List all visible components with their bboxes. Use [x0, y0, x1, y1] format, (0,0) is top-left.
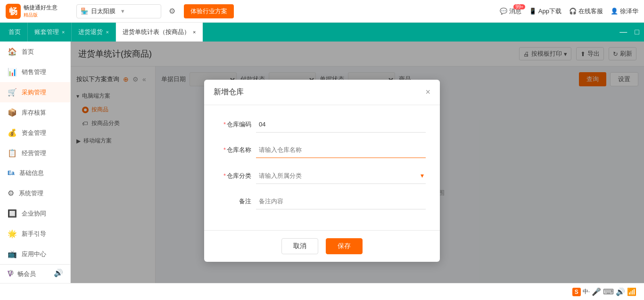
tab-home[interactable]: 首页	[2, 23, 28, 42]
inventory-icon: 📦	[8, 108, 17, 117]
sidebar-item-finance[interactable]: 💰 资金管理	[0, 123, 70, 143]
tab-purchase-return[interactable]: 进货退货 ×	[72, 23, 116, 42]
warehouse-code-input[interactable]	[256, 117, 426, 133]
warehouse-code-row: *仓库编码	[218, 117, 426, 133]
user-menu[interactable]: 👤 徐泽华	[611, 7, 638, 16]
modal-new-warehouse: 新增仓库 × *仓库编码 *仓库名称	[204, 80, 440, 262]
tab-close-purchase-stats[interactable]: ×	[193, 29, 196, 35]
main-layout: 🏠 首页 📊 销售管理 🛒 采购管理 📦 库存核算 💰 资金管理 📋 经营管理 …	[0, 42, 644, 300]
minimize-icon[interactable]: —	[617, 28, 630, 36]
warehouse-name-label: *仓库名称	[218, 146, 256, 154]
keyboard-icon[interactable]: ⌨	[603, 287, 614, 296]
sound-icon[interactable]: 🔊	[616, 287, 625, 296]
sidebar-item-sales[interactable]: 📊 销售管理	[0, 62, 70, 82]
sidebar-item-collab[interactable]: 🔲 企业协同	[0, 203, 70, 224]
sidebar-item-apps[interactable]: 📺 应用中心	[0, 244, 70, 264]
headset-icon: 🎧	[569, 8, 577, 15]
collab-icon: 🔲	[8, 209, 17, 218]
modal-close-button[interactable]: ×	[425, 87, 430, 97]
tab-close-purchase-return[interactable]: ×	[106, 29, 108, 35]
business-icon: 📋	[8, 149, 17, 158]
messages-button[interactable]: 💬 消息 99+	[500, 7, 521, 16]
system-icon: ⚙	[8, 189, 14, 198]
mobile-icon: 📱	[529, 8, 537, 15]
content-area: 进货单统计(按商品) 🖨 按模板打印 ▾ ⬆ 导出 ↻ 刷新	[71, 42, 644, 300]
sidebar: 🏠 首页 📊 销售管理 🛒 采购管理 📦 库存核算 💰 资金管理 📋 经营管理 …	[0, 42, 71, 300]
required-star-name: *	[223, 146, 226, 153]
warehouse-category-row: *仓库分类 ▾	[218, 167, 426, 184]
warehouse-note-row: 备注	[218, 193, 426, 209]
modal-body: *仓库编码 *仓库名称 *仓库分类	[204, 105, 440, 230]
microphone-icon[interactable]: 🎤	[592, 287, 601, 296]
warehouse-name-input[interactable]	[256, 142, 426, 158]
save-button[interactable]: 保存	[326, 238, 363, 254]
wifi-icon[interactable]: 📶	[627, 287, 636, 296]
sidebar-item-inventory[interactable]: 📦 库存核算	[0, 102, 70, 123]
app-download-button[interactable]: 📱 App下载	[529, 7, 561, 16]
purchase-icon: 🛒	[8, 88, 17, 97]
sidebar-item-basic-info[interactable]: Ea 基础信息	[0, 163, 70, 183]
required-star-code: *	[223, 121, 226, 128]
tab-purchase-stats[interactable]: 进货单统计表（按商品） ×	[116, 23, 203, 42]
modal-title: 新增仓库	[214, 87, 244, 97]
logo-text: 畅捷通好生意 精品版	[24, 4, 58, 18]
store-icon: 🏪	[81, 8, 88, 15]
sales-icon: 📊	[8, 67, 17, 76]
store-selector[interactable]: 🏪 日太阳膜 ▾	[76, 4, 161, 18]
sidebar-item-system[interactable]: ⚙ 系统管理	[0, 183, 70, 203]
bottom-bar: S 中· 🎤 ⌨ 🔊 📶	[0, 283, 644, 300]
message-icon: 💬	[500, 8, 507, 15]
service-button[interactable]: 🎧 在线客服	[569, 7, 603, 16]
logo-area: 畅 畅捷通好生意 精品版	[6, 4, 76, 19]
tab-close-account[interactable]: ×	[62, 29, 65, 35]
tab-account[interactable]: 账套管理 ×	[28, 23, 72, 42]
modal-footer: 取消 保存	[204, 230, 440, 262]
trial-button[interactable]: 体验行业方案	[184, 4, 234, 18]
header-right: 💬 消息 99+ 📱 App下载 🎧 在线客服 👤 徐泽华	[500, 7, 638, 16]
settings-bottom-icon[interactable]: ⚙	[8, 268, 14, 277]
home-icon: 🏠	[8, 47, 17, 56]
gear-button[interactable]: ⚙	[165, 4, 179, 18]
modal-header: 新增仓库 ×	[204, 80, 440, 105]
sidebar-item-business[interactable]: 📋 经营管理	[0, 143, 70, 163]
tab-controls: — □	[617, 28, 642, 36]
warehouse-category-select-wrap: ▾	[256, 167, 426, 184]
warehouse-category-label: *仓库分类	[218, 172, 256, 180]
guide-icon: 🌟	[8, 229, 17, 238]
avatar-icon: 👤	[611, 8, 618, 15]
logo-icon: 畅	[6, 4, 21, 19]
maximize-icon[interactable]: □	[632, 28, 642, 36]
sidebar-item-purchase[interactable]: 🛒 采购管理	[0, 82, 70, 102]
apps-icon: 📺	[8, 250, 17, 258]
brand-s-icon: S	[572, 288, 581, 296]
bottom-brand: S 中· 🎤 ⌨ 🔊 📶	[572, 287, 636, 296]
chevron-down-icon: ▾	[121, 8, 124, 15]
cancel-button[interactable]: 取消	[281, 238, 318, 254]
warehouse-category-input[interactable]	[256, 167, 426, 183]
warehouse-name-row: *仓库名称	[218, 142, 426, 158]
nav-tabs: 首页 账套管理 × 进货退货 × 进货单统计表（按商品） × — □	[0, 23, 644, 42]
warehouse-code-label: *仓库编码	[218, 120, 256, 129]
top-header: 畅 畅捷通好生意 精品版 🏪 日太阳膜 ▾ ⚙ 体验行业方案 💬 消息 99+ …	[0, 0, 644, 23]
basic-info-icon: Ea	[8, 170, 15, 176]
sidebar-item-home[interactable]: 🏠 首页	[0, 42, 70, 62]
sidebar-bottom: ⚙ 🔊	[0, 264, 71, 281]
speaker-icon[interactable]: 🔊	[54, 268, 63, 277]
modal-backdrop: 新增仓库 × *仓库编码 *仓库名称	[71, 42, 644, 300]
store-name: 日太阳膜	[91, 7, 116, 16]
finance-icon: 💰	[8, 128, 17, 137]
category-dropdown-icon: ▾	[421, 172, 424, 179]
warehouse-note-input[interactable]	[256, 193, 426, 209]
sidebar-item-guide[interactable]: 🌟 新手引导	[0, 224, 70, 244]
message-badge: 99+	[513, 4, 525, 9]
warehouse-note-label: 备注	[218, 197, 256, 206]
required-star-category: *	[223, 172, 226, 179]
